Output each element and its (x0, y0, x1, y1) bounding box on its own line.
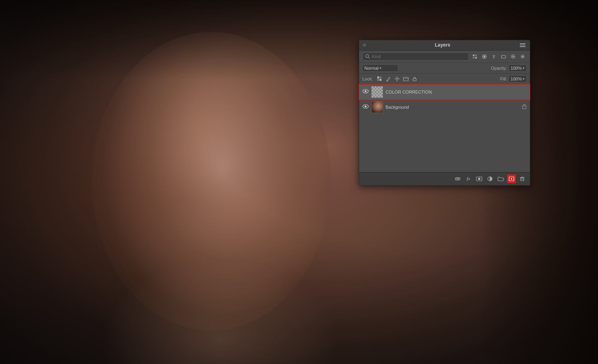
smartobject-icon (510, 54, 516, 59)
fill-label: Fill: (500, 76, 507, 81)
panel-toolbar: fx (359, 172, 530, 185)
lock-pixels-button[interactable] (376, 75, 383, 82)
svg-rect-8 (502, 55, 506, 58)
filter-toggle-icon (520, 54, 525, 59)
visibility-eye-icon (362, 104, 369, 109)
svg-point-12 (522, 56, 523, 57)
panel-titlebar: Layers (359, 40, 530, 51)
type-filter-button[interactable]: T (490, 53, 498, 60)
svg-rect-15 (377, 79, 379, 81)
fill-chevron: ▾ (523, 77, 525, 81)
new-layer-button[interactable] (507, 174, 516, 183)
lock-all-icon (412, 76, 417, 82)
link-layers-button[interactable] (453, 174, 462, 183)
blend-opacity-bar: Normal ▾ Opacity: 100% ▾ (359, 63, 530, 74)
pixel-filter-button[interactable] (471, 53, 479, 60)
lock-all-button[interactable] (411, 75, 418, 82)
svg-rect-16 (380, 79, 382, 81)
svg-rect-13 (377, 76, 379, 78)
fill-value[interactable]: 100% ▾ (509, 75, 527, 82)
filter-icons: T (471, 53, 527, 60)
padlock-icon (522, 104, 527, 109)
layer-fx-button[interactable]: fx (464, 174, 473, 183)
layer-thumbnail (371, 86, 383, 98)
layers-panel: Layers (359, 40, 530, 186)
add-mask-button[interactable] (475, 174, 484, 183)
lock-artboard-button[interactable] (402, 75, 409, 82)
adjustment-filter-button[interactable] (480, 53, 488, 60)
lock-position-icon (394, 76, 400, 82)
svg-rect-20 (413, 78, 416, 81)
shape-icon (501, 54, 506, 59)
trash-icon (519, 176, 525, 182)
svg-rect-4 (473, 57, 474, 59)
visibility-eye-icon (362, 89, 369, 94)
svg-rect-33 (521, 178, 524, 181)
mask-icon (476, 176, 482, 182)
adjustment-layer-icon (487, 176, 493, 182)
layer-name: Background (386, 105, 519, 110)
panel-close-button[interactable] (362, 43, 366, 47)
smartobject-filter-button[interactable] (509, 53, 517, 60)
opacity-chevron: ▾ (523, 66, 525, 70)
lock-bar: Lock: (359, 74, 530, 84)
folder-icon (498, 176, 504, 182)
layer-visibility-toggle[interactable] (362, 89, 369, 95)
lock-paint-icon (386, 76, 391, 82)
type-icon: T (491, 54, 497, 59)
layer-name: COLOR CORRECTION (386, 90, 527, 94)
new-layer-icon (508, 176, 515, 182)
opacity-group: Opacity: 100% ▾ (491, 65, 527, 72)
search-icon (365, 54, 370, 59)
svg-point-24 (365, 106, 367, 108)
layers-list: COLOR CORRECTION Background (359, 84, 530, 172)
svg-line-1 (368, 57, 370, 58)
panel-menu-button[interactable] (519, 42, 527, 48)
svg-rect-2 (473, 55, 474, 56)
svg-point-10 (512, 56, 514, 57)
layer-thumbnail (371, 101, 383, 113)
opacity-value[interactable]: 100% ▾ (509, 65, 527, 72)
adjustment-icon (482, 54, 487, 59)
lock-icons (376, 75, 418, 82)
lock-paint-button[interactable] (385, 75, 392, 82)
svg-rect-18 (403, 77, 408, 81)
kind-input[interactable] (372, 54, 466, 59)
opacity-label: Opacity: (491, 66, 507, 70)
svg-point-22 (365, 90, 367, 92)
lock-position-button[interactable] (393, 75, 401, 82)
svg-point-17 (387, 80, 388, 81)
svg-rect-14 (380, 76, 382, 78)
lock-pixels-icon (377, 76, 382, 82)
layer-item[interactable]: COLOR CORRECTION (359, 84, 530, 100)
svg-point-28 (478, 178, 480, 180)
filter-bar: T (359, 51, 530, 63)
svg-rect-25 (523, 106, 526, 109)
link-icon (454, 176, 461, 182)
new-group-button[interactable] (496, 174, 505, 183)
kind-search[interactable] (362, 53, 469, 61)
lock-label: Lock: (362, 76, 373, 81)
svg-rect-5 (475, 57, 477, 59)
lock-artboard-icon (403, 76, 409, 82)
blend-mode-select[interactable]: Normal ▾ (362, 65, 398, 72)
fill-group: Fill: 100% ▾ (500, 75, 527, 82)
pixel-icon (472, 54, 478, 59)
layer-item[interactable]: Background (359, 100, 530, 115)
shape-filter-button[interactable] (500, 53, 508, 60)
delete-layer-button[interactable] (518, 174, 527, 183)
blend-mode-chevron: ▾ (380, 66, 382, 70)
svg-text:T: T (492, 54, 496, 59)
new-adjustment-button[interactable] (486, 174, 494, 183)
layer-lock-icon (522, 104, 527, 110)
layer-visibility-toggle[interactable] (362, 104, 369, 110)
blend-mode-value: Normal (364, 66, 378, 70)
filter-toggle-button[interactable] (519, 53, 527, 60)
panel-title: Layers (435, 42, 450, 48)
svg-rect-3 (475, 55, 477, 56)
